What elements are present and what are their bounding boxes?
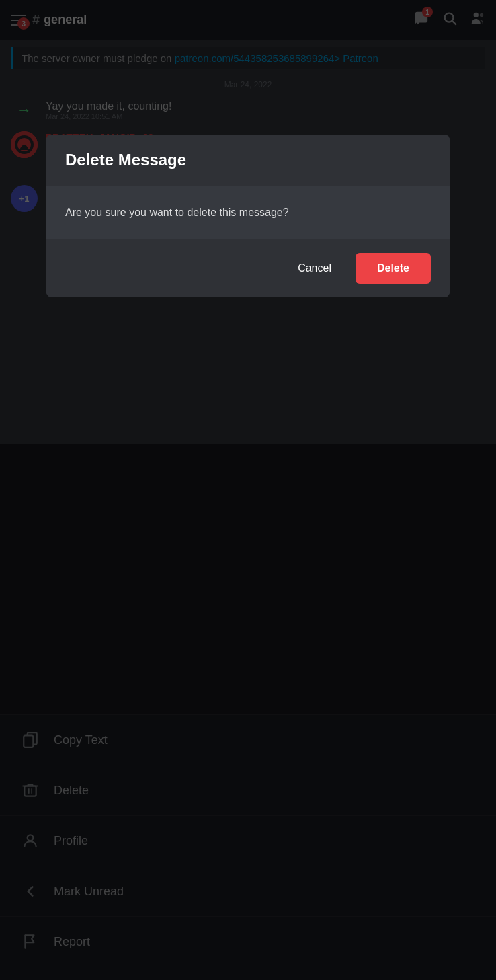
modal-body: Are you sure you want to delete this mes… — [46, 186, 450, 239]
modal-title: Delete Message — [65, 151, 431, 169]
modal-body-text: Are you sure you want to delete this mes… — [65, 204, 431, 221]
delete-confirm-button[interactable]: Delete — [356, 253, 431, 284]
modal-overlay: Delete Message Are you sure you want to … — [0, 0, 496, 980]
modal-header: Delete Message — [46, 135, 450, 186]
cancel-button[interactable]: Cancel — [284, 254, 345, 282]
modal-footer: Cancel Delete — [46, 239, 450, 297]
delete-modal: Delete Message Are you sure you want to … — [46, 135, 450, 297]
